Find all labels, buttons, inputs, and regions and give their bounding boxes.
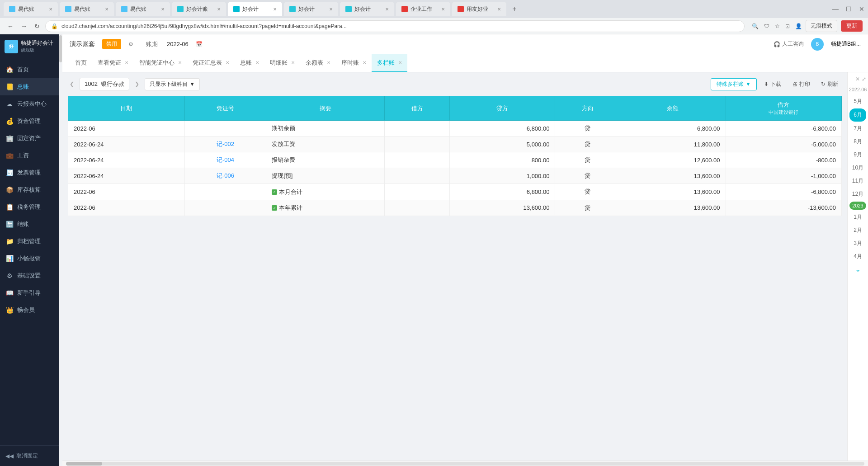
tab-close-4[interactable]: ✕: [217, 7, 221, 12]
time-month-june[interactable]: 6月: [849, 108, 866, 122]
show-sub-button[interactable]: 只显示下级科目 ▼: [145, 78, 200, 90]
sidebar-item-expense[interactable]: 📊 小畅报销: [0, 250, 59, 267]
tab-close-5[interactable]: ✕: [273, 7, 277, 12]
tab-seq-close[interactable]: ✕: [363, 60, 366, 65]
tab-general-ledger[interactable]: 总账 ✕: [235, 54, 264, 72]
star-icon[interactable]: ☆: [775, 23, 780, 29]
close-button[interactable]: ✕: [859, 5, 864, 13]
sidebar-item-settings[interactable]: ⚙ 基础设置: [0, 267, 59, 284]
extensions-icon[interactable]: ⊡: [785, 23, 790, 29]
time-month-dec[interactable]: 12月: [848, 188, 868, 201]
header-settings-icon[interactable]: ⚙: [128, 41, 133, 47]
tab-voucher-view[interactable]: 查看凭证 ✕: [92, 54, 134, 72]
voucher-link[interactable]: 记-006: [217, 172, 234, 179]
tab-balance-close[interactable]: ✕: [327, 60, 330, 65]
unpin-button[interactable]: ◀◀ 取消固定: [5, 449, 53, 462]
time-month-nov[interactable]: 11月: [848, 174, 868, 188]
tab-smart-close[interactable]: ✕: [178, 60, 182, 65]
account-selector[interactable]: 1002 银行存款: [80, 78, 129, 90]
maximize-button[interactable]: ☐: [846, 5, 852, 13]
time-month-feb[interactable]: 2月: [848, 224, 868, 237]
sidebar-item-inventory[interactable]: 📦 库存核算: [0, 181, 59, 198]
sidebar-item-ledger[interactable]: 📒 总账: [0, 78, 59, 95]
time-month-aug[interactable]: 8月: [848, 135, 868, 148]
search-icon[interactable]: 🔍: [752, 23, 759, 29]
refresh-ledger-button[interactable]: ↻ 刷新: [817, 79, 842, 90]
tab-voucher-close[interactable]: ✕: [125, 60, 128, 65]
panel-expand-button[interactable]: ⤢: [862, 76, 866, 82]
time-month-may[interactable]: 5月: [848, 95, 868, 108]
cell-voucher[interactable]: 记-006: [184, 168, 266, 184]
refresh-button[interactable]: ↻: [33, 21, 42, 32]
special-ledger-button[interactable]: 特殊多栏账 ▼: [711, 78, 757, 90]
time-month-sep[interactable]: 9月: [848, 148, 868, 161]
sidebar-item-tax[interactable]: 📋 税务管理: [0, 198, 59, 216]
new-tab-button[interactable]: +: [508, 3, 521, 15]
tab-smart-voucher[interactable]: 智能凭证中心 ✕: [134, 54, 187, 72]
scroll-thumb[interactable]: [66, 462, 102, 466]
prev-account-button[interactable]: ❮: [68, 79, 76, 89]
profile-icon[interactable]: 👤: [795, 23, 802, 29]
scroll-down-button[interactable]: ⌄: [853, 263, 863, 275]
sidebar-item-close[interactable]: 🔚 结账: [0, 216, 59, 233]
tab-close-7[interactable]: ✕: [385, 7, 389, 12]
browser-tab-5[interactable]: 好会计 ✕: [228, 2, 282, 16]
sidebar-item-guide[interactable]: 📖 新手引导: [0, 284, 59, 301]
sidebar-item-finance[interactable]: 💰 资金管理: [0, 113, 59, 130]
browser-tab-3[interactable]: 易代账 ✕: [116, 2, 170, 16]
minimize-button[interactable]: —: [832, 5, 839, 13]
time-month-mar[interactable]: 3月: [848, 237, 868, 250]
time-month-apr[interactable]: 4月: [848, 250, 868, 263]
sidebar-item-member[interactable]: 👑 畅会员: [0, 301, 59, 319]
browser-tab-6[interactable]: 好会计 ✕: [284, 2, 338, 16]
tab-multi-ledger[interactable]: 多栏账 ✕: [372, 54, 407, 72]
tab-seq-ledger[interactable]: 序时账 ✕: [336, 54, 372, 72]
voucher-link[interactable]: 记-004: [217, 156, 234, 163]
browser-tab-7[interactable]: 好会计 ✕: [340, 2, 394, 16]
update-button[interactable]: 更新: [841, 20, 863, 32]
browser-tab-8[interactable]: 企业工作 ✕: [396, 2, 450, 16]
calendar-icon[interactable]: 📅: [196, 41, 203, 47]
sidebar-item-archive[interactable]: 📁 归档管理: [0, 233, 59, 250]
sidebar-item-assets[interactable]: 🏢 固定资产: [0, 130, 59, 147]
tab-detail-ledger[interactable]: 明细账 ✕: [264, 54, 300, 72]
sidebar-item-cloud-report[interactable]: ☁ 云报表中心: [0, 95, 59, 113]
cell-voucher[interactable]: 记-002: [184, 137, 266, 152]
tab-detail-close[interactable]: ✕: [291, 60, 295, 65]
url-bar[interactable]: 🔒 cloud2.chanjet.com/accounting/uh26t264…: [45, 20, 745, 32]
time-month-jan[interactable]: 1月: [848, 211, 868, 224]
bottom-scrollbar[interactable]: [62, 461, 868, 466]
voucher-link[interactable]: 记-002: [217, 141, 234, 147]
sidebar-item-invoice[interactable]: 🧾 发票管理: [0, 164, 59, 181]
tab-close-6[interactable]: ✕: [329, 7, 333, 12]
time-month-july[interactable]: 7月: [848, 122, 868, 135]
tab-balance[interactable]: 余额表 ✕: [300, 54, 336, 72]
download-button[interactable]: ⬇ 下载: [760, 79, 785, 90]
sidebar-item-salary[interactable]: 💼 工资: [0, 147, 59, 164]
tab-close-1[interactable]: ✕: [49, 7, 52, 12]
browser-tab-2[interactable]: 易代账 ✕: [60, 2, 114, 16]
browser-tab-9[interactable]: 用友好业 ✕: [452, 2, 506, 16]
tab-close-3[interactable]: ✕: [161, 7, 165, 12]
time-month-oct[interactable]: 10月: [848, 161, 868, 174]
browser-tab-1[interactable]: 易代账 ✕: [4, 2, 58, 16]
tab-general-close[interactable]: ✕: [255, 60, 259, 65]
cell-voucher[interactable]: 记-004: [184, 152, 266, 168]
tab-close-2[interactable]: ✕: [105, 7, 108, 12]
sidebar-item-home[interactable]: 🏠 首页: [0, 61, 59, 78]
tab-home[interactable]: 首页: [70, 54, 92, 72]
consult-button[interactable]: 🎧 人工咨询: [774, 40, 804, 48]
tab-multi-close[interactable]: ✕: [398, 60, 402, 65]
shield-icon[interactable]: 🛡: [764, 23, 769, 29]
tab-voucher-summary[interactable]: 凭证汇总表 ✕: [187, 54, 235, 72]
browser-tab-4[interactable]: 好会计账 ✕: [172, 2, 226, 16]
tab-close-9[interactable]: ✕: [497, 7, 501, 12]
sidebar-scroll-thumb[interactable]: [59, 35, 62, 62]
back-button[interactable]: ←: [5, 21, 15, 32]
tab-summary-close[interactable]: ✕: [226, 60, 229, 65]
panel-close-button[interactable]: ✕: [855, 76, 860, 82]
print-button[interactable]: 🖨 打印: [788, 79, 814, 90]
wuhen-mode-button[interactable]: 无痕模式: [806, 20, 837, 32]
forward-button[interactable]: →: [19, 21, 29, 32]
sidebar-scrollbar[interactable]: [59, 34, 62, 466]
